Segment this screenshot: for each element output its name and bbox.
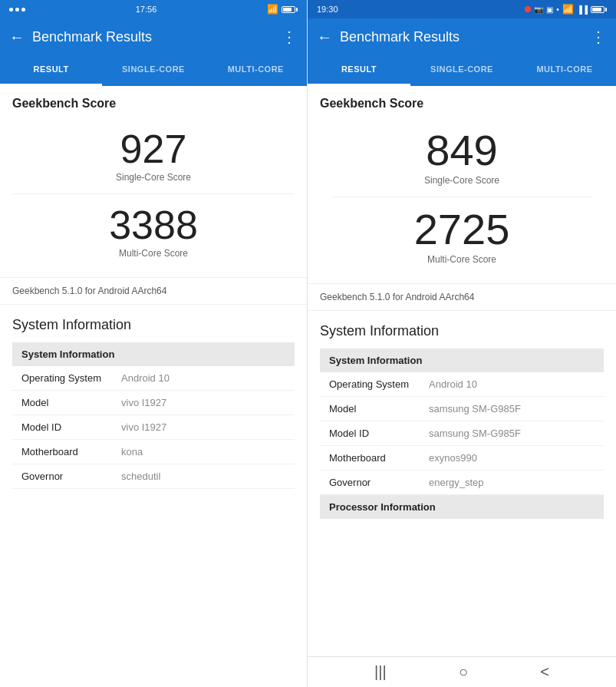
right-single-core-score: 849 [320,129,604,172]
left-status-icons [9,8,25,12]
right-status-camera: 📷 [534,5,543,14]
right-panel: 19:30 📷 ▣ • 📶 ▐▐ ← Benchmark Results ⋮ R… [308,0,616,687]
left-sys-value-governor: schedutil [121,471,160,482]
left-sys-info-header: System Information [12,342,295,366]
left-tab-single-core[interactable]: SINGLE-CORE [102,55,204,86]
status-dot-2 [15,8,19,12]
left-sys-value-model: vivo I1927 [121,397,166,408]
right-tab-multi-core[interactable]: MULTI-CORE [513,55,616,86]
right-sys-row-os: Operating System Android 10 [320,372,604,397]
right-score-section: Geekbench Score 849 Single-Core Score 27… [308,86,616,284]
left-system-info-section: System Information System Information Op… [0,305,307,495]
left-single-core-score: 927 [12,129,295,169]
right-processor-info-header: Processor Information [320,495,604,519]
nav-back-button[interactable]: < [540,663,549,681]
left-sys-value-motherboard: kona [121,446,143,457]
left-sys-row-os: Operating System Android 10 [12,366,295,391]
status-dot-1 [9,8,13,12]
right-signal-icon: ▐▐ [577,5,588,14]
right-sys-value-model-id: samsung SM-G985F [429,428,521,439]
left-sys-row-governor: Governor schedutil [12,464,295,489]
left-tabs: RESULT SINGLE-CORE MULTI-CORE [0,55,307,86]
right-sys-value-os: Android 10 [429,378,477,390]
left-tab-result[interactable]: RESULT [0,55,102,86]
right-sys-row-model: Model samsung SM-G985F [320,397,604,421]
left-status-time: 17:56 [136,5,157,14]
right-status-bar: 19:30 📷 ▣ • 📶 ▐▐ [308,0,616,18]
right-sys-value-motherboard: exynos990 [429,452,477,464]
right-score-title: Geekbench Score [320,97,604,111]
right-status-dot: • [556,5,559,14]
nav-recent-button[interactable]: ||| [374,663,387,681]
left-sys-value-os: Android 10 [121,372,170,384]
right-single-core-label: Single-Core Score [320,175,604,186]
right-sys-info-title: System Information [320,323,604,339]
left-content: Geekbench Score 927 Single-Core Score 33… [0,86,307,687]
right-toolbar: ← Benchmark Results ⋮ [308,18,616,55]
left-single-core-score-item: 927 Single-Core Score [12,118,295,193]
right-sys-info-header: System Information [320,348,604,372]
right-battery-icon [591,6,607,13]
right-back-button[interactable]: ← [317,28,332,46]
left-more-button[interactable]: ⋮ [282,28,298,46]
left-sys-key-model: Model [21,397,121,408]
left-sys-key-os: Operating System [21,372,121,384]
right-status-icons: 📷 ▣ • 📶 ▐▐ [525,4,607,15]
right-version-text: Geekbench 5.1.0 for Android AArch64 [308,284,616,311]
left-sys-key-governor: Governor [21,471,121,482]
left-back-button[interactable]: ← [9,28,25,46]
right-multi-core-label: Multi-Core Score [320,254,604,265]
left-sys-value-model-id: vivo I1927 [121,421,166,433]
right-multi-core-score-item: 2725 Multi-Core Score [320,197,604,276]
left-multi-core-label: Multi-Core Score [12,248,295,259]
left-version-text: Geekbench 5.1.0 for Android AArch64 [0,278,307,305]
left-sys-key-motherboard: Motherboard [21,446,121,457]
right-multi-core-score: 2725 [320,208,604,251]
status-dot-3 [21,8,25,12]
left-panel: 17:56 📶 ← Benchmark Results ⋮ RESULT SIN… [0,0,308,687]
right-sys-key-motherboard: Motherboard [329,452,429,464]
right-sys-row-model-id: Model ID samsung SM-G985F [320,421,604,446]
left-toolbar-title: Benchmark Results [32,29,274,45]
right-tab-result[interactable]: RESULT [308,55,410,86]
right-sys-key-governor: Governor [329,477,429,488]
left-multi-core-score-item: 3388 Multi-Core Score [12,194,295,269]
wifi-icon: 📶 [267,4,278,15]
left-status-bar: 17:56 📶 [0,0,307,18]
right-tab-single-core[interactable]: SINGLE-CORE [410,55,513,86]
left-multi-core-score: 3388 [12,205,295,245]
right-wifi-icon: 📶 [562,4,574,15]
left-sys-row-motherboard: Motherboard kona [12,440,295,464]
right-more-button[interactable]: ⋮ [591,28,607,46]
right-sys-key-model: Model [329,403,429,415]
left-sys-key-model-id: Model ID [21,421,121,433]
right-sys-value-governor: energy_step [429,477,484,488]
left-sys-row-model-id: Model ID vivo I1927 [12,415,295,440]
right-status-time: 19:30 [317,5,338,14]
battery-icon [282,6,298,13]
left-status-right-icons: 📶 [267,4,298,15]
right-toolbar-title: Benchmark Results [340,29,583,45]
right-content: Geekbench Score 849 Single-Core Score 27… [308,86,616,656]
right-sys-key-model-id: Model ID [329,428,429,439]
right-single-core-score-item: 849 Single-Core Score [320,118,604,197]
right-system-info-section: System Information System Information Op… [308,311,616,525]
left-score-section: Geekbench Score 927 Single-Core Score 33… [0,86,307,278]
right-sys-value-model: samsung SM-G985F [429,403,521,415]
right-sys-key-os: Operating System [329,378,429,390]
left-sys-info-title: System Information [12,317,295,333]
left-tab-multi-core[interactable]: MULTI-CORE [205,55,307,86]
right-tabs: RESULT SINGLE-CORE MULTI-CORE [308,55,616,86]
right-sys-row-governor: Governor energy_step [320,471,604,495]
left-single-core-label: Single-Core Score [12,172,295,183]
right-status-red-dot [525,6,531,12]
left-sys-row-model: Model vivo I1927 [12,391,295,415]
right-status-square: ▣ [546,5,553,14]
left-score-title: Geekbench Score [12,97,295,111]
left-toolbar: ← Benchmark Results ⋮ [0,18,307,55]
nav-home-button[interactable]: ○ [459,663,468,681]
right-nav-bar: ||| ○ < [308,656,616,687]
right-sys-row-motherboard: Motherboard exynos990 [320,446,604,471]
